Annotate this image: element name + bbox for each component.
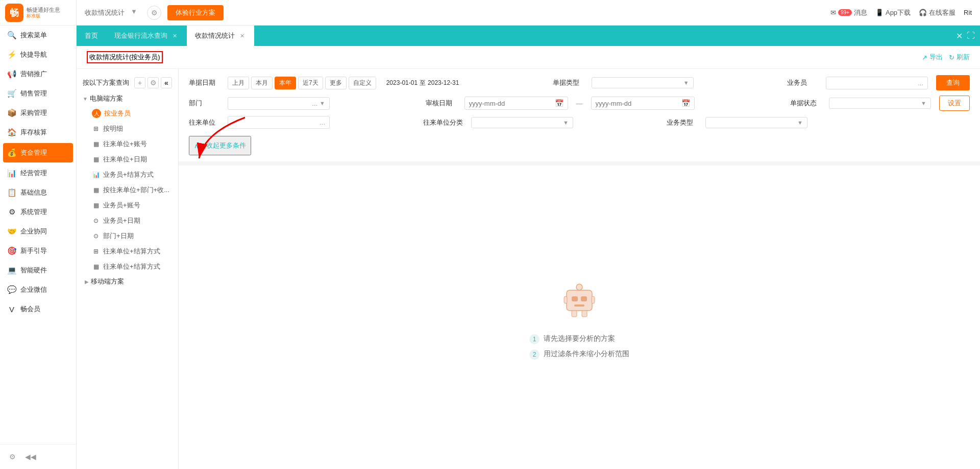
svg-rect-3 [574,304,584,307]
tree-item-partner-settlement1[interactable]: ⊞ 往来单位+结算方式 [77,244,178,259]
tree-item-detail[interactable]: ⊞ 按明细 [77,121,178,136]
review-date-to[interactable]: 📅 [591,97,695,110]
date-btn-more[interactable]: 更多 [325,77,347,89]
phone-icon: 📱 [875,9,884,16]
tab-close-all-icon[interactable]: ✕ [956,31,963,41]
sidebar-item-quick[interactable]: ⚡ 快捷导航 [0,45,76,64]
person-icon: 人 [92,109,101,118]
collapse-sidebar-icon[interactable]: ◀◀ [23,450,38,464]
sidebar-item-marketing[interactable]: 📢 营销推广 [0,64,76,84]
review-date-from[interactable]: 📅 [464,97,568,110]
salesperson-more-icon[interactable]: ... [918,79,923,87]
grid-icon: ⊞ [92,125,100,133]
partner-category-select[interactable]: ▼ [471,117,573,128]
page-title: 收款情况统计(按业务员) [87,51,163,63]
tab-collection-close[interactable]: ✕ [238,32,246,40]
sidebar-item-hardware[interactable]: 💻 智能硬件 [0,261,76,280]
dropdown-icon[interactable]: ▼ [131,8,141,18]
sidebar-item-basic[interactable]: 📋 基础信息 [0,183,76,202]
tabbar-right: ✕ ⛶ [956,31,980,41]
tree-item-salesperson-account[interactable]: ▦ 业务员+账号 [77,198,178,213]
tree-item-dept-date[interactable]: ⊙ 部门+日期 [77,228,178,244]
mobile-group-header[interactable]: ▶ 移动端方案 [77,274,178,289]
salesperson-select[interactable]: ... [826,77,928,89]
message-icon: ✉ [830,9,836,16]
sidebar-item-inventory[interactable]: 🏠 库存核算 [0,123,76,142]
date-btn-this-month[interactable]: 本月 [251,77,273,89]
right-panel: 单据日期 上月 本月 本年 近7天 更多 自定义 2023-01-01 至 [179,69,980,469]
tree-item-salesperson-settlement[interactable]: 📊 业务员+结算方式 [77,167,178,182]
message-action[interactable]: ✉ 99+ 消息 [830,8,867,17]
sidebar-item-system[interactable]: ⚙ 系统管理 [0,202,76,222]
partner-select[interactable]: ... [228,116,330,129]
tree-item-partner-date[interactable]: ▦ 往来单位+日期 [77,152,178,167]
sidebar-item-wechat[interactable]: 💬 企业微信 [0,280,76,299]
desktop-group-header[interactable]: ▼ 电脑端方案 [77,91,178,106]
dept-select[interactable]: ... ▼ [228,97,330,110]
sidebar-item-member[interactable]: V 畅会员 [0,299,76,319]
sidebar-item-sales[interactable]: 🛒 销售管理 [0,84,76,103]
calendar-from-icon[interactable]: 📅 [555,99,564,107]
refresh-icon: ↻ [949,54,954,61]
tree-item-partner-settlement2[interactable]: ▦ 往来单位+结算方式 [77,259,178,274]
sidebar-item-guide[interactable]: 🎯 新手引导 [0,241,76,261]
quick-icon: ⚡ [7,50,16,59]
tree-item-partner-dept[interactable]: ▦ 按往来单位+部门+收... [77,182,178,198]
date-range: 2023-01-01 至 2023-12-31 [386,79,459,87]
sidebar-item-finance[interactable]: 💰 资金管理 [3,143,73,162]
add-scheme-btn[interactable]: + [134,77,145,88]
online-service-action[interactable]: 🎧 在线客服 [919,8,955,17]
tip-1: 1 请先选择要分析的方案 [529,334,629,344]
page-header: 收款情况统计(按业务员) ↗ 导出 ↻ 刷新 [77,46,980,69]
collapse-icon: ∧∧ [194,142,204,150]
tree-item-salesperson-date[interactable]: ⊙ 业务员+日期 [77,213,178,228]
biz-type-select[interactable]: ▼ [705,117,807,128]
query-btn[interactable]: 查询 [936,75,970,90]
table3-icon: ▦ [92,186,100,194]
date-btn-this-year[interactable]: 本年 [275,77,296,89]
set-btn[interactable]: 设置 [939,96,970,111]
tip-2: 2 用过滤条件来缩小分析范围 [529,349,629,360]
partner-category-chevron-icon: ▼ [563,120,569,126]
search-menu-item[interactable]: 🔍 搜索菜单 [0,26,76,45]
grid2-icon: ⊞ [92,247,100,255]
date-btn-last-month[interactable]: 上月 [228,77,249,89]
tree-item-salesperson[interactable]: 人 按业务员 [77,106,178,121]
date-btn-custom[interactable]: 自定义 [349,77,376,89]
tab-collection[interactable]: 收款情况统计 ✕ [187,26,254,46]
refresh-btn[interactable]: ↻ 刷新 [949,53,970,62]
panel-header: 按以下方案查询 + ⚙ « [77,74,178,91]
calendar-to-icon[interactable]: 📅 [681,99,690,107]
tab-expand-icon[interactable]: ⛶ [967,31,975,40]
user-avatar[interactable]: Rit [964,9,972,16]
collapse-panel-btn[interactable]: « [161,77,172,88]
wechat-icon: 💬 [7,285,16,294]
sidebar-item-purchase[interactable]: 📦 采购管理 [0,103,76,123]
collapse-filters-btn[interactable]: ∧∧ 收起更多条件 [189,136,251,155]
doc-status-select[interactable]: ▼ [829,98,931,109]
svg-rect-4 [564,296,567,303]
tree-item-partner-account[interactable]: ▦ 往来单位+账号 [77,136,178,152]
dept-more-icon[interactable]: ... [312,100,317,107]
settings-scheme-btn[interactable]: ⚙ [148,77,159,88]
headset-icon: 🎧 [919,9,927,16]
partner-more-icon[interactable]: ... [320,119,325,126]
dept-chevron-icon: ▼ [320,100,325,106]
settings-gear-icon[interactable]: ⚙ [147,6,161,20]
sidebar-item-operation[interactable]: 📊 经营管理 [0,163,76,183]
doc-type-select[interactable]: ▼ [592,77,694,88]
settings-icon[interactable]: ⚙ [5,450,19,464]
tab-bank[interactable]: 现金银行流水查询 ✕ [106,26,187,46]
export-btn[interactable]: ↗ 导出 [922,53,943,62]
sidebar-item-corp[interactable]: 🤝 企业协同 [0,222,76,241]
doc-status-chevron-icon: ▼ [921,100,926,106]
date-btn-7days[interactable]: 近7天 [298,77,323,89]
mobile-group-arrow-icon: ▶ [85,279,89,285]
trial-btn[interactable]: 体验行业方案 [167,5,224,20]
page-header-actions: ↗ 导出 ↻ 刷新 [922,53,970,62]
filter-row-1: 单据日期 上月 本月 本年 近7天 更多 自定义 2023-01-01 至 [189,75,970,90]
tab-bank-close[interactable]: ✕ [170,32,179,40]
tab-home[interactable]: 首页 [77,26,106,46]
app-download-action[interactable]: 📱 App下载 [875,8,911,17]
group-arrow-icon: ▼ [83,96,88,102]
